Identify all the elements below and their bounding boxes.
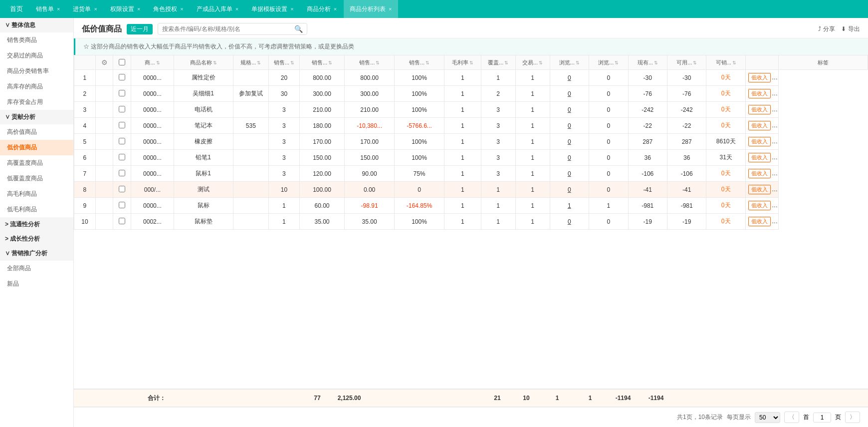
sidebar-item-stock-capital[interactable]: 库存资金占用 — [0, 94, 73, 110]
nav-home[interactable]: 首页 — [4, 0, 29, 18]
sidebar-group-marketing[interactable]: ∨ 营销推广分析 — [0, 246, 73, 261]
cell-browse1[interactable]: 0 — [550, 134, 589, 150]
next-page-button[interactable]: 〉 — [845, 412, 860, 423]
col-header-spec[interactable]: 规格...⇅ — [233, 55, 268, 70]
sidebar-item-high-coverage[interactable]: 高覆盖度商品 — [0, 155, 73, 171]
sidebar-item-new-products[interactable]: 新品 — [0, 276, 73, 292]
nav-role[interactable]: 角色授权 × — [147, 0, 189, 18]
per-page-select[interactable]: 50 100 200 — [755, 412, 780, 423]
col-header-sale3[interactable]: 销售...⇅ — [395, 55, 444, 70]
sidebar-item-high-value[interactable]: 高价值商品 — [0, 124, 73, 140]
cell-browse1[interactable]: 0 — [550, 166, 589, 182]
cell-browse1[interactable]: 1 — [550, 198, 589, 214]
col-header-browse1[interactable]: 浏览...⇅ — [550, 55, 589, 70]
row-checkbox[interactable] — [119, 202, 125, 208]
cell-browse1[interactable]: 0 — [550, 150, 589, 166]
table-wrapper[interactable]: ⚙ 商...⇅ 商品名称⇅ 规格...⇅ 销售...⇅ 销售...⇅ 销售...… — [74, 55, 868, 389]
browse1-link[interactable]: 0 — [568, 122, 571, 129]
browse1-link[interactable]: 0 — [568, 106, 571, 113]
col-header-sale1[interactable]: 销售...⇅ — [299, 55, 344, 70]
sidebar-item-high-stock[interactable]: 高库存的商品 — [0, 79, 73, 94]
sidebar-item-sales-products[interactable]: 销售类商品 — [0, 32, 73, 48]
search-box[interactable]: 🔍 — [158, 23, 307, 35]
sidebar-group-contribution[interactable]: ∨ 贡献分析 — [0, 110, 73, 124]
cell-checkbox[interactable] — [113, 166, 131, 182]
filter-tag[interactable]: 近一月 — [127, 24, 153, 34]
cell-checkbox[interactable] — [113, 102, 131, 118]
nav-role-close[interactable]: × — [180, 6, 183, 12]
search-icon[interactable]: 🔍 — [294, 25, 303, 33]
browse1-link[interactable]: 0 — [568, 138, 571, 145]
col-header-settings[interactable]: ⚙ — [95, 55, 113, 70]
row-checkbox[interactable] — [119, 170, 125, 176]
cell-browse1[interactable]: 0 — [550, 182, 589, 198]
col-header-sale2[interactable]: 销售...⇅ — [345, 55, 395, 70]
nav-analysis[interactable]: 商品分析 × — [301, 0, 343, 18]
cell-checkbox[interactable] — [113, 118, 131, 134]
cell-checkbox[interactable] — [113, 198, 131, 214]
row-checkbox[interactable] — [119, 122, 125, 128]
sidebar-item-low-margin[interactable]: 低毛利商品 — [0, 202, 73, 217]
row-checkbox[interactable] — [119, 154, 125, 160]
sidebar-item-category-rate[interactable]: 商品分类销售率 — [0, 63, 73, 79]
cell-browse1[interactable]: 0 — [550, 102, 589, 118]
row-checkbox[interactable] — [119, 138, 125, 144]
col-header-name[interactable]: 商品名称⇅ — [174, 55, 233, 70]
cell-browse1[interactable]: 0 — [550, 214, 589, 230]
nav-purchase[interactable]: 进货单 × — [67, 0, 103, 18]
browse1-link[interactable]: 0 — [568, 74, 571, 81]
row-checkbox[interactable] — [119, 218, 125, 224]
cell-browse1[interactable]: 0 — [550, 118, 589, 134]
col-header-cover[interactable]: 覆盖...⇅ — [481, 55, 515, 70]
row-checkbox[interactable] — [119, 106, 125, 112]
col-header-stock2[interactable]: 可用...⇅ — [667, 55, 706, 70]
row-checkbox[interactable] — [119, 74, 125, 80]
sidebar-item-all-products[interactable]: 全部商品 — [0, 261, 73, 276]
cell-checkbox[interactable] — [113, 182, 131, 198]
nav-template-close[interactable]: × — [290, 6, 293, 12]
col-header-gross[interactable]: 毛利率⇅ — [444, 55, 481, 70]
nav-permission[interactable]: 权限设置 × — [104, 0, 146, 18]
sidebar-item-low-value[interactable]: 低价值商品 — [0, 140, 73, 155]
browse1-link[interactable]: 0 — [568, 218, 571, 225]
nav-permission-close[interactable]: × — [137, 6, 140, 12]
col-header-tags[interactable]: 标签 — [779, 55, 868, 70]
row-checkbox[interactable] — [119, 90, 125, 96]
sidebar-group-growth[interactable]: > 成长性分析 — [0, 232, 73, 246]
nav-analysis-list-close[interactable]: × — [389, 6, 392, 12]
cell-checkbox[interactable] — [113, 214, 131, 230]
nav-sales-close[interactable]: × — [57, 6, 60, 12]
share-button[interactable]: ⤴ 分享 — [818, 25, 835, 33]
cell-checkbox[interactable] — [113, 70, 131, 86]
nav-sales[interactable]: 销售单 × — [30, 0, 66, 18]
cell-checkbox[interactable] — [113, 134, 131, 150]
sidebar-group-circulation[interactable]: > 流通性分析 — [0, 217, 73, 232]
col-header-trade[interactable]: 交易...⇅ — [515, 55, 550, 70]
col-header-days[interactable] — [745, 55, 779, 70]
nav-analysis-list[interactable]: 商品分析列表 × — [344, 0, 398, 18]
sidebar-item-high-margin[interactable]: 高毛利商品 — [0, 186, 73, 202]
col-header-saleable[interactable]: 可销...⇅ — [706, 55, 745, 70]
prev-page-button[interactable]: 〈 — [784, 412, 799, 423]
settings-icon[interactable]: ⚙ — [101, 58, 108, 66]
col-header-cb[interactable] — [113, 55, 131, 70]
col-header-qty[interactable]: 销售...⇅ — [269, 55, 300, 70]
cell-browse1[interactable]: 0 — [550, 70, 589, 86]
browse1-link[interactable]: 0 — [568, 154, 571, 161]
nav-purchase-close[interactable]: × — [94, 6, 97, 12]
browse1-link[interactable]: 0 — [568, 90, 571, 97]
cell-checkbox[interactable] — [113, 150, 131, 166]
search-input[interactable] — [162, 25, 292, 32]
sidebar-item-traded[interactable]: 交易过的商品 — [0, 48, 73, 63]
row-checkbox[interactable] — [119, 186, 125, 192]
browse1-link[interactable]: 0 — [568, 170, 571, 177]
cell-checkbox[interactable] — [113, 86, 131, 102]
browse1-link[interactable]: 1 — [568, 202, 571, 209]
sidebar-group-overall[interactable]: ∨ 整体信息 — [0, 18, 73, 32]
col-header-code[interactable]: 商...⇅ — [131, 55, 174, 70]
sidebar-item-low-coverage[interactable]: 低覆盖度商品 — [0, 171, 73, 186]
col-header-browse2[interactable]: 浏览...⇅ — [589, 55, 628, 70]
col-header-stock1[interactable]: 现有...⇅ — [628, 55, 667, 70]
browse1-link[interactable]: 0 — [568, 186, 571, 193]
select-all-checkbox[interactable] — [119, 59, 125, 65]
